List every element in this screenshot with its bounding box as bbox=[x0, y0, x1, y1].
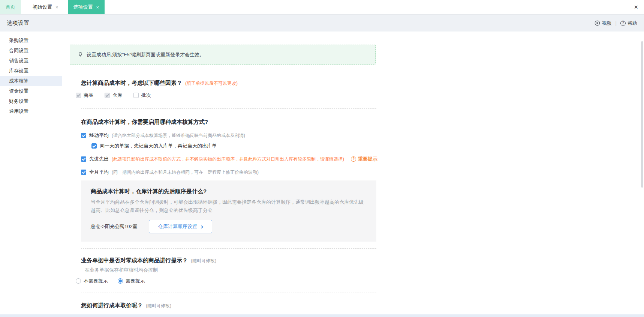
sidebar-item-label: 销售设置 bbox=[9, 58, 28, 63]
section-note: (填了单据以后不可以更改) bbox=[185, 81, 238, 86]
section-note: (随时可修改) bbox=[191, 258, 216, 263]
sidebar-item-general[interactable]: 通用设置 bbox=[0, 106, 62, 116]
section-title: 您如何进行成本取价呢？(随时可修改) bbox=[81, 302, 644, 309]
sidebar-item-label: 资金设置 bbox=[9, 88, 28, 94]
option-note: (此选项只影响出库成本取值的方式，并不解决实物的出库顺序，并且此种方式对日常出入… bbox=[112, 156, 344, 162]
horizontal-scrollbar[interactable] bbox=[0, 314, 644, 317]
important-notice-link[interactable]: ? 重要提示 bbox=[351, 156, 377, 162]
option-label: 先进先出 bbox=[89, 156, 109, 162]
warehouse-order-settings-button[interactable]: 仓库计算顺序设置 bbox=[149, 220, 212, 233]
checkbox-label: 批次 bbox=[141, 92, 151, 99]
tab-initial-settings[interactable]: 初始设置 × bbox=[27, 0, 64, 14]
zero-cost-hint: 在业务单据保存和审核时均会控制 bbox=[81, 267, 644, 273]
sidebar-item-label: 库存设置 bbox=[9, 68, 28, 74]
checkbox-checked-icon bbox=[81, 133, 86, 138]
dashed-divider bbox=[81, 108, 376, 109]
section-note: (随时可修改) bbox=[146, 303, 171, 308]
radio-no-prompt[interactable]: 不需要提示 bbox=[76, 278, 108, 284]
radio-need-prompt[interactable]: 需要提示 bbox=[118, 278, 145, 284]
settings-sidebar: 采购设置 合同设置 销售设置 库存设置 成本核算 资金设置 财务设置 通用设置 bbox=[0, 32, 62, 317]
warehouse-box-description: 当全月平均商品在多个仓库间调拨时，可能会出现循环调拨，因此需要指定各仓库的计算顺… bbox=[91, 198, 367, 215]
sidebar-item-label: 财务设置 bbox=[9, 98, 28, 104]
close-icon[interactable]: × bbox=[55, 5, 58, 10]
checkbox-product[interactable]: 商品 bbox=[76, 92, 93, 99]
checkbox-checked-disabled-icon bbox=[76, 93, 81, 98]
option-fifo[interactable]: 先进先出 (此选项只影响出库成本取值的方式，并不解决实物的出库顺序，并且此种方式… bbox=[81, 156, 644, 162]
chevron-right-icon bbox=[200, 225, 203, 228]
option-label: 移动平均 bbox=[89, 132, 109, 139]
zero-cost-radio-row: 不需要提示 需要提示 bbox=[76, 278, 644, 284]
vertical-scrollbar[interactable] bbox=[641, 41, 643, 188]
sidebar-item-inventory[interactable]: 库存设置 bbox=[0, 66, 62, 76]
sidebar-item-contract[interactable]: 合同设置 bbox=[0, 45, 62, 56]
option-same-day-order[interactable]: 同一天的单据，先记当天的入库单，再记当天的出库单 bbox=[91, 143, 644, 149]
tab-bar: 首页 初始设置 × 选项设置 × × bbox=[0, 0, 644, 14]
section-cost-factors: 您计算商品成本时，考虑以下哪些因素？(填了单据以后不可以更改) 商品 仓库 批次 bbox=[81, 80, 644, 99]
radio-label: 需要提示 bbox=[126, 278, 145, 284]
checkbox-label: 商品 bbox=[84, 92, 93, 99]
section-costing-methods: 在商品成本计算时，你需要启用哪种成本核算方式? bbox=[81, 119, 644, 126]
dashed-divider bbox=[81, 293, 376, 293]
checkbox-unchecked-icon bbox=[133, 93, 139, 98]
radio-unselected-icon bbox=[76, 278, 81, 284]
checkbox-checked-disabled-icon bbox=[105, 93, 110, 98]
warehouse-box-title: 商品成本计算时，仓库计算的先后顺序是什么? bbox=[91, 188, 367, 195]
section-title-text: 您计算商品成本时，考虑以下哪些因素？ bbox=[81, 80, 182, 86]
video-link[interactable]: 视频 bbox=[595, 20, 612, 27]
checkbox-label: 仓库 bbox=[112, 92, 122, 99]
sidebar-item-funds[interactable]: 资金设置 bbox=[0, 86, 62, 96]
checkbox-checked-icon bbox=[81, 156, 86, 162]
section-title: 业务单据中是否对零成本的商品进行提示？(随时可修改) bbox=[81, 257, 644, 264]
button-label: 仓库计算顺序设置 bbox=[158, 223, 197, 230]
sidebar-item-label: 合同设置 bbox=[9, 48, 28, 53]
window-close-icon[interactable]: × bbox=[634, 3, 638, 11]
close-icon[interactable]: × bbox=[96, 5, 99, 10]
radio-selected-icon bbox=[118, 278, 123, 284]
help-link[interactable]: ? 帮助 bbox=[620, 20, 637, 27]
checkbox-checked-icon bbox=[81, 170, 86, 175]
question-circle-icon: ? bbox=[620, 21, 626, 26]
tab-options-settings-label: 选项设置 bbox=[73, 4, 93, 11]
tip-banner: 设置成功后,须按"F5"键刷新页面或重新登录才会生效。 bbox=[70, 45, 376, 65]
main-content: 设置成功后,须按"F5"键刷新页面或重新登录才会生效。 您计算商品成本时，考虑以… bbox=[62, 32, 644, 317]
section-title: 在商品成本计算时，你需要启用哪种成本核算方式? bbox=[81, 119, 644, 126]
tip-text: 设置成功后,须按"F5"键刷新页面或重新登录才会生效。 bbox=[87, 51, 204, 58]
checkbox-checked-icon bbox=[91, 143, 97, 149]
sidebar-item-cost-accounting[interactable]: 成本核算 bbox=[0, 76, 62, 86]
option-label: 同一天的单据，先记当天的入库单，再记当天的出库单 bbox=[100, 143, 217, 149]
checkbox-batch[interactable]: 批次 bbox=[133, 92, 151, 99]
important-notice-label: 重要提示 bbox=[358, 156, 377, 162]
lightbulb-icon bbox=[78, 52, 83, 57]
option-label: 全月平均 bbox=[89, 169, 109, 176]
warehouse-order-box: 商品成本计算时，仓库计算的先后顺序是什么? 当全月平均商品在多个仓库间调拨时，可… bbox=[81, 180, 376, 242]
warehouse-order-path: 总仓->阳光公寓102室 bbox=[91, 223, 138, 230]
help-label: 帮助 bbox=[628, 20, 637, 27]
section-zero-cost-prompt: 业务单据中是否对零成本的商品进行提示？(随时可修改) 在业务单据保存和审核时均会… bbox=[81, 257, 644, 284]
option-note: (同一期间内的出库成本和月末结存相同，可在一定程度上修正价格的波动) bbox=[112, 169, 259, 176]
tab-initial-settings-label: 初始设置 bbox=[33, 4, 52, 11]
sidebar-item-label: 成本核算 bbox=[9, 78, 28, 84]
dashed-divider bbox=[81, 248, 376, 249]
play-circle-icon bbox=[595, 20, 600, 26]
page-title: 选项设置 bbox=[7, 20, 29, 27]
tab-options-settings[interactable]: 选项设置 × bbox=[68, 0, 105, 14]
sidebar-item-finance[interactable]: 财务设置 bbox=[0, 96, 62, 106]
sidebar-item-purchase[interactable]: 采购设置 bbox=[0, 35, 62, 45]
option-monthly-average[interactable]: 全月平均 (同一期间内的出库成本和月末结存相同，可在一定程度上修正价格的波动) bbox=[81, 169, 644, 176]
checkbox-warehouse[interactable]: 仓库 bbox=[105, 92, 122, 99]
section-title: 您计算商品成本时，考虑以下哪些因素？(填了单据以后不可以更改) bbox=[81, 80, 644, 87]
sidebar-item-sales[interactable]: 销售设置 bbox=[0, 56, 62, 66]
option-note: (适合绝大部分成本核算场景，能够准确反映当前商品的成本及利润) bbox=[112, 132, 245, 139]
section-title-text: 您如何进行成本取价呢？ bbox=[81, 302, 143, 308]
page-body: 采购设置 合同设置 销售设置 库存设置 成本核算 资金设置 财务设置 通用设置 … bbox=[0, 32, 644, 317]
page-header: 选项设置 视频 | ? 帮助 bbox=[0, 14, 644, 32]
tab-home[interactable]: 首页 bbox=[0, 0, 21, 14]
question-circle-icon: ? bbox=[351, 156, 356, 162]
video-label: 视频 bbox=[602, 20, 612, 27]
radio-label: 不需要提示 bbox=[84, 278, 108, 284]
divider: | bbox=[616, 20, 617, 26]
sidebar-item-label: 采购设置 bbox=[9, 38, 28, 43]
app-window: 首页 初始设置 × 选项设置 × × 选项设置 视频 | ? 帮助 bbox=[0, 0, 644, 317]
warehouse-box-actions: 总仓->阳光公寓102室 仓库计算顺序设置 bbox=[91, 220, 367, 233]
option-moving-average[interactable]: 移动平均 (适合绝大部分成本核算场景，能够准确反映当前商品的成本及利润) bbox=[81, 132, 644, 139]
